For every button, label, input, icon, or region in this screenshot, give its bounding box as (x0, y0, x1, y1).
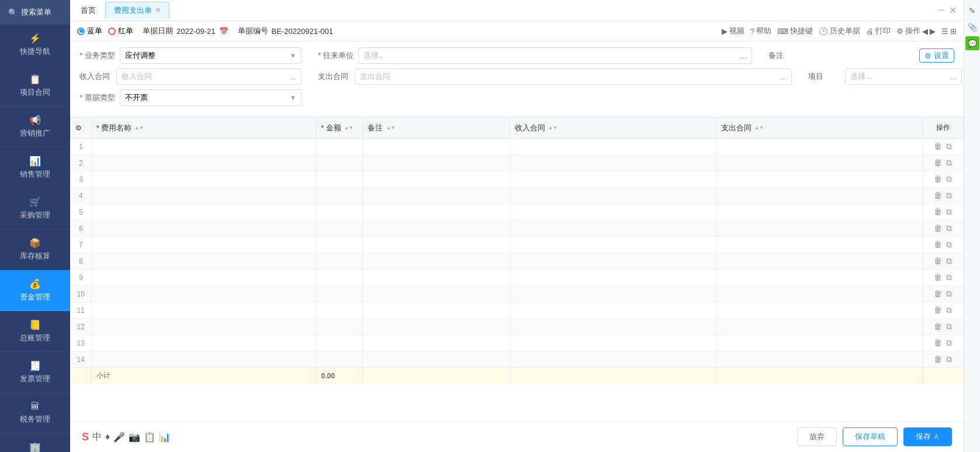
cell-remark[interactable] (363, 171, 510, 188)
cell-amount[interactable] (316, 171, 363, 188)
cell-amount[interactable] (316, 335, 363, 351)
copy-row-icon[interactable]: ⧉ (945, 189, 953, 202)
cell-amount[interactable] (316, 155, 363, 171)
sort-icon-amount[interactable]: ▲▼ (344, 126, 354, 130)
cell-expense-contract[interactable] (716, 253, 922, 270)
save-button[interactable]: 保存 ∧ (903, 427, 952, 446)
cell-remark[interactable] (363, 253, 510, 270)
cell-income-contract[interactable] (510, 220, 716, 237)
cell-remark[interactable] (363, 335, 510, 351)
cell-income-contract[interactable] (510, 237, 716, 253)
cell-remark[interactable] (363, 139, 510, 155)
cell-expense-name[interactable] (92, 204, 316, 220)
cell-income-contract[interactable] (510, 319, 716, 335)
cell-remark[interactable] (363, 286, 510, 302)
copy-row-icon[interactable]: ⧉ (945, 353, 953, 365)
cell-amount[interactable] (316, 237, 363, 253)
sidebar-item-项目合同[interactable]: 📋项目合同 (0, 65, 70, 106)
sort-icon[interactable]: ▲▼ (134, 126, 144, 130)
cell-expense-contract[interactable] (716, 319, 922, 335)
invoice-type-input[interactable]: 不开票 ▼ (120, 89, 302, 106)
cell-income-contract[interactable] (510, 171, 716, 188)
cell-amount[interactable] (316, 270, 363, 286)
copy-row-icon[interactable]: ⧉ (945, 271, 953, 284)
counterpart-dots[interactable]: ... (740, 51, 747, 60)
cell-amount[interactable] (316, 253, 363, 270)
delete-row-icon[interactable]: 🗑 (933, 222, 943, 234)
sort-icon-expense[interactable]: ▲▼ (754, 126, 764, 130)
print-btn[interactable]: 🖨 打印 (866, 26, 891, 36)
cell-expense-contract[interactable] (716, 286, 922, 302)
brand-icon-diamond[interactable]: ♦ (105, 432, 110, 442)
cell-amount[interactable] (316, 188, 363, 204)
cell-amount[interactable] (316, 286, 363, 302)
cell-expense-contract[interactable] (716, 204, 922, 220)
cell-income-contract[interactable] (510, 188, 716, 204)
cell-remark[interactable] (363, 188, 510, 204)
cell-expense-name[interactable] (92, 220, 316, 237)
brand-icon-camera[interactable]: 📷 (129, 432, 140, 443)
cell-remark[interactable] (363, 270, 510, 286)
sidebar-item-库存核算[interactable]: 📦库存核算 (0, 229, 70, 270)
brand-icon-clip[interactable]: 📋 (144, 432, 155, 443)
delete-row-icon[interactable]: 🗑 (933, 337, 943, 349)
copy-row-icon[interactable]: ⧉ (945, 320, 953, 333)
cell-expense-name[interactable] (92, 335, 316, 351)
income-contract-input[interactable]: 收入合同 ... (116, 68, 302, 85)
cell-expense-contract[interactable] (716, 171, 922, 188)
cell-expense-name[interactable] (92, 237, 316, 253)
cell-remark[interactable] (363, 319, 510, 335)
copy-row-icon[interactable]: ⧉ (945, 157, 953, 169)
delete-row-icon[interactable]: 🗑 (933, 320, 943, 332)
copy-row-icon[interactable]: ⧉ (945, 222, 953, 234)
view-toggle-btn[interactable]: ☰ ⊞ (941, 27, 957, 36)
cell-expense-contract[interactable] (716, 220, 922, 237)
cell-remark[interactable] (363, 220, 510, 237)
brand-icon-chart[interactable]: 📊 (159, 432, 171, 443)
cell-income-contract[interactable] (510, 270, 716, 286)
income-contract-dots[interactable]: ... (289, 72, 296, 81)
tab-home[interactable]: 首页 (72, 2, 104, 19)
copy-row-icon[interactable]: ⧉ (945, 206, 953, 218)
copy-row-icon[interactable]: ⧉ (945, 288, 953, 300)
sidebar-item-发票管理[interactable]: 🧾发票管理 (0, 352, 70, 393)
copy-row-icon[interactable]: ⧉ (945, 239, 953, 251)
cell-expense-contract[interactable] (716, 335, 922, 351)
sidebar-item-采购管理[interactable]: 🛒采购管理 (0, 188, 70, 229)
sidebar-item-营销推广[interactable]: 📢营销推广 (0, 106, 70, 147)
cell-amount[interactable] (316, 351, 363, 368)
delete-row-icon[interactable]: 🗑 (933, 304, 943, 316)
help-btn[interactable]: ? 帮助 (750, 26, 771, 36)
cell-amount[interactable] (316, 220, 363, 237)
project-dots[interactable]: ... (950, 72, 957, 81)
cell-income-contract[interactable] (510, 204, 716, 220)
counterpart-input[interactable]: 选择... ... (358, 47, 752, 64)
sidebar-search[interactable]: 🔍 搜索菜单 (0, 0, 70, 25)
cell-expense-contract[interactable] (716, 139, 922, 155)
cell-income-contract[interactable] (510, 335, 716, 351)
sidebar-item-固定资产[interactable]: 🏢固定资产 (0, 433, 70, 452)
delete-row-icon[interactable]: 🗑 (933, 239, 943, 250)
video-btn[interactable]: ▶ 视频 (722, 26, 744, 36)
delete-row-icon[interactable]: 🗑 (933, 288, 943, 299)
right-edit-icon[interactable]: ✎ (965, 4, 979, 18)
th-settings[interactable]: ⚙ (71, 118, 92, 139)
cell-expense-name[interactable] (92, 253, 316, 270)
minimize-icon[interactable]: ─ (938, 5, 944, 16)
cell-amount[interactable] (316, 204, 363, 220)
cell-income-contract[interactable] (510, 286, 716, 302)
calendar-icon[interactable]: 📅 (219, 27, 228, 36)
cell-expense-name[interactable] (92, 351, 316, 368)
cell-expense-name[interactable] (92, 171, 316, 188)
cell-expense-name[interactable] (92, 270, 316, 286)
delete-row-icon[interactable]: 🗑 (933, 140, 943, 152)
cell-expense-contract[interactable] (716, 237, 922, 253)
tab-close-icon[interactable]: ✕ (155, 6, 161, 14)
sidebar-item-销售管理[interactable]: 📊销售管理 (0, 147, 70, 188)
sidebar-item-税务管理[interactable]: 🏛税务管理 (0, 393, 70, 433)
cell-remark[interactable] (363, 302, 510, 319)
sort-icon-remark[interactable]: ▲▼ (386, 126, 396, 130)
save-draft-button[interactable]: 保存草稿 (843, 427, 898, 446)
right-attachment-icon[interactable]: 📎 (965, 20, 979, 34)
cell-income-contract[interactable] (510, 139, 716, 155)
